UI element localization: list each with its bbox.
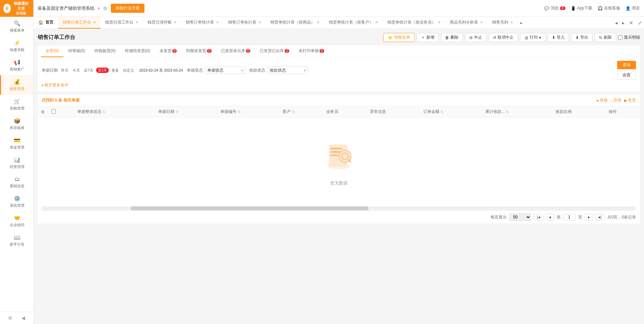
date-custom[interactable]: 自定义 [122,67,135,74]
tabbar-expand-btn[interactable]: ⤢ [636,19,644,26]
sidebar-collapse-btn[interactable]: ◀ [22,315,25,321]
sidebar-item-quick-nav[interactable]: ⚡ 快捷导航 [0,36,33,56]
tabbar-close-btn[interactable]: ✕ [627,19,635,26]
tab-close-icon[interactable]: ✕ [438,21,440,24]
filter-tab-shipped-not-out[interactable]: 已发货未出库0 [216,45,255,57]
tab-sales-profit[interactable]: 销售毛利 ✕ [487,17,518,29]
tab-sales-summary-staff[interactable]: 销货单统计表（按业务员） ✕ [383,17,445,29]
sidebar-item-sales[interactable]: 💰 销售管理 [0,75,33,95]
tab-close-icon[interactable]: ✕ [216,21,219,24]
tabbar-more-btn[interactable]: ▸ [518,21,525,25]
topbar-app[interactable]: 📱 App下载 [571,5,592,11]
filter-tab-pending-review[interactable]: 待审核(0) [63,45,90,57]
sidebar-item-enterprise[interactable]: 🤝 企业协同 [0,211,33,231]
filter-tab-shipped-out[interactable]: 已发货已出库0 [255,45,294,57]
tab-cash-reconcile[interactable]: 钱货日清对账 ✕ [143,17,181,29]
query-btn[interactable]: 查询 [617,61,636,69]
filter-tab-not-printed[interactable]: 未打印单据0 [294,45,329,57]
date-more[interactable]: 更多 [110,67,120,74]
smart-create-btn[interactable]: ⭐ 智能生单 [383,33,415,42]
date-today[interactable]: 今天 [71,67,81,74]
date-yesterday[interactable]: 昨天 [60,67,70,74]
sidebar-settings-btn[interactable]: ⚙ [8,315,12,321]
ship-action-btn[interactable]: ▶ 发货 [624,97,636,103]
delete-btn[interactable]: 🗑 删除 [441,33,463,42]
sidebar-item-finance[interactable]: 💳 资金管理 [0,134,33,153]
tab-sales-summary-product[interactable]: 销货单统计表（按商品） ✕ [266,17,324,29]
sidebar-item-search[interactable]: 🔍 搜索菜单 [0,17,33,36]
expand-conditions-btn[interactable]: ▾ 展开更多条件 [42,82,636,88]
cancel-stop-btn[interactable]: ↺ 取消中止 [488,33,518,42]
sidebar-item-basic[interactable]: 🗂 基础信息 [0,173,33,192]
tabbar-prev-btn[interactable]: ◂ [613,19,619,26]
import-btn[interactable]: ⬆ 导入 [548,33,569,42]
tab-sales-exec[interactable]: 销售订单执行表 ✕ [223,17,266,29]
tab-close-icon[interactable]: ✕ [258,21,261,24]
tabbar-next-btn[interactable]: ▸ [620,19,627,26]
topbar-service[interactable]: 🎧 在线客服 [598,5,620,11]
setting-btn[interactable]: 设置 [617,71,636,80]
print-btn[interactable]: 🖨 打印 ▾ [520,33,546,42]
tab-close-icon[interactable]: ✕ [174,21,176,24]
prev-page-btn[interactable]: ◂ [546,214,554,220]
tab-close-icon[interactable]: ✕ [317,21,319,24]
topbar-user[interactable]: 👤 用友 [626,5,640,11]
sort-icon[interactable]: ⇅ [292,110,295,114]
tab-label: 商品毛利分析表 [450,19,478,25]
tab-close-icon[interactable]: ✕ [510,21,513,24]
tab-close-icon[interactable]: ✕ [375,21,378,24]
tab-close-icon[interactable]: ✕ [480,21,483,24]
page-number-input[interactable] [563,214,575,220]
scrollbar-thumb[interactable] [131,206,369,210]
first-page-btn[interactable]: |◂ [534,214,543,220]
status-select[interactable]: 单据状态 [205,67,245,74]
sidebar-item-purchase[interactable]: 🛒 采购管理 [0,95,33,114]
topbar-arrow-icon[interactable]: ▾ [98,6,100,11]
tab-product-margin[interactable]: 商品毛利分析表 ✕ [445,17,487,29]
tab-cash-daily[interactable]: 钱货日清工作台 ✕ [100,17,143,29]
sidebar-item-system[interactable]: ⚙️ 系统管理 [0,192,33,211]
topbar-msg[interactable]: 💬 消息 6 [544,5,565,11]
refresh-btn[interactable]: ↻ 刷新 [595,33,616,42]
date-1month[interactable]: 近1月 [96,68,109,73]
tab-sales-stats[interactable]: 销售订单统计表 ✕ [181,17,223,29]
sort-icon[interactable]: ⇅ [506,110,509,114]
add-btn[interactable]: ＋ 新增 [417,33,439,42]
th-settings[interactable]: ⚙ [38,106,48,118]
msg-badge: 6 [560,6,565,10]
tab-close-icon[interactable]: ✕ [93,21,96,24]
sort-icon[interactable]: ⇅ [440,110,443,114]
show-detail-label[interactable]: 显示明细 [618,35,640,40]
filter-tab-overdue[interactable]: 到期未发货0 [181,45,216,57]
date-7days[interactable]: 近7天 [83,67,95,74]
sort-icon[interactable]: ⇅ [176,110,178,114]
sidebar-item-operations[interactable]: 📊 经营管理 [0,153,33,173]
sort-icon[interactable]: ⇅ [238,110,241,114]
filter-tab-wangpu[interactable]: 旺铺待发货(0) [120,45,155,57]
sidebar-item-inventory[interactable]: 📦 库存核算 [0,114,33,134]
trial-btn[interactable]: 体验行业方案 [111,4,144,13]
sort-icon[interactable]: ⇅ [102,110,105,114]
select-all-checkbox[interactable] [51,109,56,114]
filter-tab-not-shipped[interactable]: 未发货0 [155,45,182,57]
filter-tab-pending-inspect[interactable]: 待拣验货(0) [90,45,120,57]
per-page-select[interactable]: 50 100 200 [509,213,531,221]
table-scrollbar[interactable] [42,206,636,210]
tab-home[interactable]: 🏠 首页 [34,17,58,29]
review-action-btn[interactable]: ● 审核 [597,97,608,103]
export-btn[interactable]: ⬇ 导出 [571,33,593,42]
tab-sales-workbench[interactable]: 销售订单工作台 ✕ [58,17,100,29]
tab-sales-summary-customer[interactable]: 销货单统计表（按客户） ✕ [324,17,383,29]
topbar-gear-icon[interactable]: ⚙ [103,6,108,11]
sidebar-item-guide[interactable]: 📖 新手引导 [0,231,33,250]
last-page-btn[interactable]: ▸| [596,214,605,220]
th-checkbox-all[interactable] [48,106,74,118]
stop-btn[interactable]: ⊘ 中止 [465,33,486,42]
sidebar-item-marketing[interactable]: 📢 营销推广 [0,56,33,75]
filter-tab-all[interactable]: 全部(0) [41,45,63,57]
payment-select[interactable]: 收款状态 [267,67,308,74]
next-page-btn[interactable]: ▸ [585,214,593,220]
show-detail-checkbox[interactable] [618,35,622,40]
tab-close-icon[interactable]: ✕ [135,21,138,24]
cancel-review-btn[interactable]: ○ 弃审 [610,97,621,103]
